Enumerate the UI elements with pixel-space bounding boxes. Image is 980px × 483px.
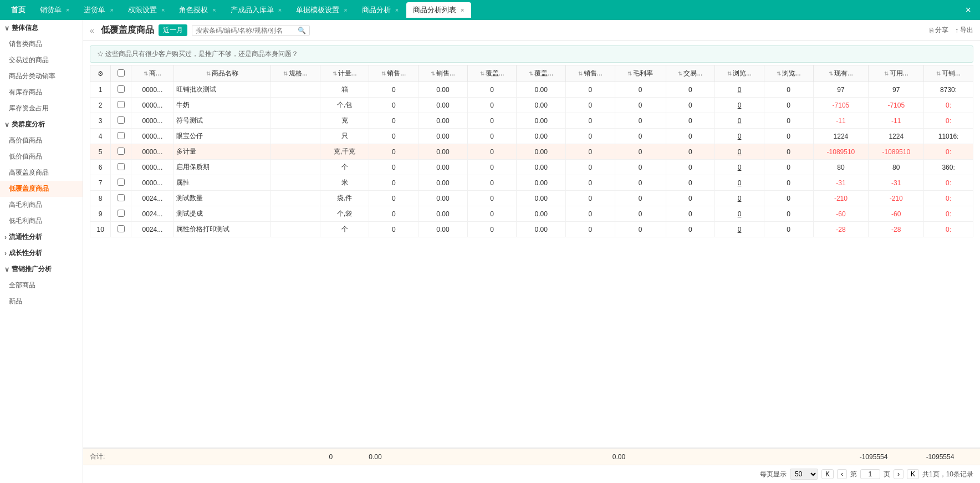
sidebar-item-high-value[interactable]: 高价值商品: [0, 133, 83, 149]
row-select-checkbox[interactable]: [118, 148, 125, 155]
sidebar-section-liquidity[interactable]: › 流通性分析: [0, 229, 83, 245]
sidebar-item-sales-products[interactable]: 销售类商品: [0, 36, 83, 52]
per-page-select[interactable]: 50 10 20 100: [790, 469, 818, 480]
sidebar-item-all-products[interactable]: 全部商品: [0, 277, 83, 293]
first-page-button[interactable]: K: [821, 469, 834, 479]
row-checkbox[interactable]: [111, 129, 131, 144]
share-button[interactable]: ⎘ 分享: [930, 26, 948, 35]
export-button[interactable]: ↑ 导出: [955, 26, 973, 35]
sidebar-item-category-rate[interactable]: 商品分类动销率: [0, 68, 83, 84]
row-select-checkbox[interactable]: [118, 101, 125, 108]
col-name[interactable]: ⇅商品名称: [173, 65, 271, 82]
row-checkbox[interactable]: [111, 222, 131, 237]
col-settings[interactable]: ⚙: [90, 65, 111, 82]
row-select-checkbox[interactable]: [118, 132, 125, 139]
col-browse2[interactable]: ⇅浏览...: [764, 65, 813, 82]
col-current-stock[interactable]: ⇅现有...: [813, 65, 869, 82]
close-icon[interactable]: ×: [278, 7, 282, 13]
close-icon[interactable]: ×: [66, 7, 69, 13]
close-all-tabs-button[interactable]: ×: [961, 4, 976, 16]
sidebar-item-low-margin[interactable]: 低毛利商品: [0, 213, 83, 229]
next-page-button[interactable]: ›: [894, 469, 904, 479]
select-all-checkbox[interactable]: [118, 69, 125, 77]
col-unit[interactable]: ⇅计量...: [320, 65, 369, 82]
row-select-checkbox[interactable]: [118, 225, 125, 232]
sidebar-item-stock-capital[interactable]: 库存资金占用: [0, 100, 83, 116]
row-select-checkbox[interactable]: [118, 116, 125, 124]
sidebar-item-traded-products[interactable]: 交易过的商品: [0, 52, 83, 68]
last-page-button[interactable]: K: [907, 469, 919, 479]
col-sales-qty[interactable]: ⇅销售...: [369, 65, 418, 82]
row-browse1[interactable]: 0: [715, 129, 764, 144]
row-browse1[interactable]: 0: [715, 175, 764, 191]
tab-purchase-order[interactable]: 进货单 ×: [77, 2, 120, 18]
row-select-checkbox[interactable]: [118, 85, 125, 93]
tab-sales-order[interactable]: 销货单 ×: [33, 2, 76, 18]
row-trade: 0: [666, 191, 715, 206]
tab-template-settings[interactable]: 单据模板设置 ×: [289, 2, 354, 18]
col-browse1[interactable]: ⇅浏览...: [715, 65, 764, 82]
col-sales-count[interactable]: ⇅销售...: [565, 65, 615, 82]
col-sales-amount[interactable]: ⇅销售...: [418, 65, 468, 82]
tab-product-analysis-list[interactable]: 商品分析列表 ×: [406, 2, 471, 18]
col-gross-margin[interactable]: ⇅毛利率: [615, 65, 666, 82]
period-button[interactable]: 近一月: [159, 24, 187, 36]
sidebar-section-growth[interactable]: › 成长性分析: [0, 245, 83, 261]
search-icon[interactable]: 🔍: [298, 27, 306, 34]
prev-page-button[interactable]: ‹: [837, 469, 847, 479]
sidebar-item-high-margin[interactable]: 高毛利商品: [0, 197, 83, 213]
page-number-input[interactable]: [860, 469, 880, 479]
row-checkbox[interactable]: [111, 160, 131, 175]
row-code: 0000...: [131, 82, 173, 98]
close-icon[interactable]: ×: [212, 7, 216, 13]
close-icon[interactable]: ×: [461, 7, 464, 13]
sidebar-item-new-products[interactable]: 新品: [0, 293, 83, 309]
row-select-checkbox[interactable]: [118, 179, 125, 186]
row-browse1[interactable]: 0: [715, 191, 764, 206]
col-sellable[interactable]: ⇅可销...: [924, 65, 973, 82]
tab-finished-goods[interactable]: 产成品入库单 ×: [224, 2, 288, 18]
col-checkbox[interactable]: [111, 65, 131, 82]
row-checkbox[interactable]: [111, 191, 131, 206]
col-code[interactable]: ⇅商...: [131, 65, 173, 82]
sidebar-item-stock-products[interactable]: 有库存商品: [0, 84, 83, 100]
row-checkbox[interactable]: [111, 82, 131, 98]
sidebar-collapse-button[interactable]: «: [90, 26, 94, 35]
tab-permission-settings[interactable]: 权限设置 ×: [121, 2, 171, 18]
row-browse1[interactable]: 0: [715, 160, 764, 175]
row-browse1[interactable]: 0: [715, 82, 764, 98]
sidebar-section-marketing[interactable]: ∨ 营销推广分析: [0, 261, 83, 277]
row-select-checkbox[interactable]: [118, 210, 125, 217]
row-select-checkbox[interactable]: [118, 163, 125, 170]
sidebar-item-low-value[interactable]: 低价值商品: [0, 149, 83, 165]
search-input[interactable]: [196, 27, 295, 34]
tab-role-auth[interactable]: 角色授权 ×: [172, 2, 222, 18]
sidebar-item-low-coverage[interactable]: 低覆盖度商品: [0, 181, 83, 197]
row-browse1[interactable]: 0: [715, 222, 764, 237]
row-checkbox[interactable]: [111, 175, 131, 191]
sidebar-item-high-coverage[interactable]: 高覆盖度商品: [0, 165, 83, 181]
col-available-stock[interactable]: ⇅可用...: [869, 65, 924, 82]
row-select-checkbox[interactable]: [118, 194, 125, 201]
close-icon[interactable]: ×: [110, 7, 113, 13]
close-icon[interactable]: ×: [161, 7, 165, 13]
row-checkbox[interactable]: [111, 206, 131, 222]
row-checkbox[interactable]: [111, 144, 131, 160]
row-current-stock: -31: [813, 175, 869, 191]
col-trade[interactable]: ⇅交易...: [666, 65, 715, 82]
col-coverage1[interactable]: ⇅覆盖...: [467, 65, 517, 82]
row-browse1[interactable]: 0: [715, 113, 764, 129]
col-coverage2[interactable]: ⇅覆盖...: [517, 65, 566, 82]
row-browse1[interactable]: 0: [715, 206, 764, 222]
tab-home[interactable]: 首页: [4, 2, 32, 18]
close-icon[interactable]: ×: [395, 7, 399, 13]
sidebar-section-cluster[interactable]: ∨ 类群度分析: [0, 116, 83, 133]
row-browse1[interactable]: 0: [715, 144, 764, 160]
col-spec[interactable]: ⇅规格...: [271, 65, 320, 82]
row-checkbox[interactable]: [111, 98, 131, 113]
row-checkbox[interactable]: [111, 113, 131, 129]
close-icon[interactable]: ×: [344, 7, 347, 13]
tab-product-analysis[interactable]: 商品分析 ×: [355, 2, 405, 18]
row-browse1[interactable]: 0: [715, 98, 764, 113]
sidebar-section-overall[interactable]: ∨ 整体信息: [0, 20, 83, 36]
